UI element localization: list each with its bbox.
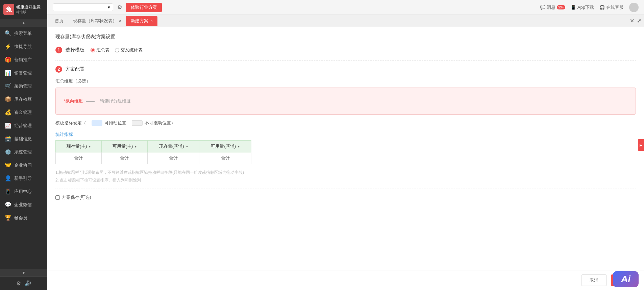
online-service-btn[interactable]: 🎧 在线客服 (599, 4, 624, 10)
sidebar: 兔 畅康通好生意 标准版 ▲ 🔍 搜索菜单 ⚡ 快捷导航 🎁 营销推广 📊 销售… (0, 0, 47, 290)
user-avatar[interactable] (629, 3, 639, 12)
stats-title: 统计指标 (55, 131, 636, 138)
app-logo: 兔 畅康通好生意 标准版 (0, 0, 47, 19)
dimension-required: *纵向维度 (64, 98, 83, 104)
col2-dropdown-icon[interactable]: ▾ (186, 145, 188, 148)
col-header-3[interactable]: 可用量(基辅) ▾ (199, 141, 251, 152)
dimension-placeholder: 请选择分组维度 (100, 98, 131, 104)
sidebar-item-sales[interactable]: 📊 销售管理 (0, 66, 47, 79)
sidebar-item-inventory[interactable]: 📦 库存核算 (0, 93, 47, 106)
dimension-label: 汇总维度（必选） (55, 78, 636, 84)
step2-num: 2 (55, 66, 62, 73)
app-name: 畅康通好生意 标准版 (16, 5, 41, 15)
non-draggable-color-block (132, 120, 143, 126)
col0-dropdown-icon[interactable]: ▾ (89, 145, 91, 148)
sidebar-item-management[interactable]: 📈 经营管理 (0, 119, 47, 132)
tab-new-plan-close[interactable]: × (150, 19, 153, 23)
sound-icon[interactable]: 🔊 (24, 280, 31, 287)
col-header-1[interactable]: 可用量(主) ▾ (101, 141, 147, 152)
app-download-btn[interactable]: 📱 App下载 (571, 4, 594, 10)
tab-inventory-close[interactable]: × (119, 19, 121, 23)
topbar-right: 💬 消息 99+ 📱 App下载 🎧 在线客服 (540, 3, 639, 12)
settings-icon[interactable]: ⚙ (16, 280, 21, 287)
step2-label: 方案配置 (66, 66, 84, 72)
sidebar-item-purchase[interactable]: 🛒 采购管理 (0, 79, 47, 93)
sidebar-item-wechat[interactable]: 💬 企业微信 (0, 198, 47, 211)
industry-btn[interactable]: 体验行业方案 (126, 3, 162, 12)
tab-home[interactable]: 首页 (50, 16, 68, 26)
stats-table: 现存量(主) ▾ 可用量(主) ▾ (55, 140, 251, 164)
non-draggable-label: 不可拖动位置） (145, 120, 175, 126)
gift-icon: 🎁 (5, 56, 11, 63)
message-btn[interactable]: 💬 消息 99+ (540, 4, 565, 10)
settings-gear-icon[interactable]: ⚙ (116, 3, 123, 12)
mobile-icon: 📱 (5, 188, 11, 195)
non-draggable-indicator-item: 不可拖动位置） (132, 120, 175, 126)
tab-new-plan[interactable]: 新建方案 × (126, 16, 157, 26)
sidebar-item-basicinfo[interactable]: 🗃️ 基础信息 (0, 132, 47, 145)
divider2 (55, 189, 636, 189)
sidebar-item-member[interactable]: 🏆 畅会员 (0, 211, 47, 224)
col-header-2[interactable]: 现存量(基辅) ▾ (147, 141, 199, 152)
headset-icon: 🎧 (599, 5, 605, 10)
col-header-0[interactable]: 现存量(主) ▾ (56, 141, 102, 152)
tabs-window-controls: ✕ ⤢ (630, 18, 641, 24)
save-plan-label[interactable]: 方案保存(可选) (62, 194, 91, 200)
window-close-icon[interactable]: ✕ (630, 18, 634, 24)
sidebar-item-newuser[interactable]: 👤 新手引导 (0, 172, 47, 185)
sidebar-scroll-down[interactable]: ▼ (0, 269, 47, 276)
sidebar-item-appcenter[interactable]: 📱 应用中心 (0, 185, 47, 198)
cart-icon: 🛒 (5, 83, 11, 89)
right-float-btn[interactable]: ▶ (638, 139, 644, 151)
trend-icon: 📈 (5, 122, 11, 129)
window-expand-icon[interactable]: ⤢ (637, 18, 641, 24)
search-input[interactable] (56, 5, 106, 10)
box-icon: 📦 (5, 96, 11, 102)
tab-inventory[interactable]: 现存量（库存状况表） × (68, 16, 126, 26)
radio-cross[interactable]: 交叉统计表 (115, 47, 143, 53)
tabs-bar: 首页 现存量（库存状况表） × 新建方案 × ✕ ⤢ (47, 15, 644, 27)
sidebar-item-marketing[interactable]: 🎁 营销推广 (0, 53, 47, 66)
cell-0-0: 合计 (56, 152, 102, 164)
handshake-icon: 🤝 (5, 162, 11, 168)
col3-dropdown-icon[interactable]: ▾ (238, 145, 240, 148)
message-icon: 💬 (540, 5, 545, 10)
search-input-group[interactable]: ▾ (53, 3, 113, 11)
dimension-box[interactable]: *纵向维度 —— 请选择分组维度 (55, 88, 636, 115)
topbar-left: ▾ ⚙ 体验行业方案 (53, 3, 537, 12)
footer-bar: 取消 查询 (47, 270, 644, 290)
radio-cross-input[interactable] (115, 48, 119, 52)
trophy-icon: 🏆 (5, 215, 11, 221)
search-icon: 🔍 (5, 30, 11, 37)
col1-dropdown-icon[interactable]: ▾ (135, 145, 137, 148)
radio-summary[interactable]: 汇总表 (91, 47, 109, 53)
chart-icon: 📊 (5, 70, 11, 76)
message-badge: 99+ (557, 5, 565, 9)
dimension-dash: —— (86, 99, 95, 104)
main-area: ▾ ⚙ 体验行业方案 💬 消息 99+ 📱 App下载 🎧 在线客服 首页 (47, 0, 644, 290)
sidebar-item-finance[interactable]: 💰 资金管理 (0, 106, 47, 119)
step1-label: 选择模板 (66, 47, 84, 53)
content-area: 现存量(库存状况表)方案设置 1 选择模板 汇总表 交叉统计表 (47, 27, 644, 270)
radio-summary-input[interactable] (91, 48, 95, 52)
sidebar-scroll-up[interactable]: ▲ (0, 19, 47, 27)
cell-0-1: 合计 (101, 152, 147, 164)
cancel-button[interactable]: 取消 (581, 274, 607, 286)
ai-badge[interactable]: Ai (613, 271, 639, 287)
chevron-down-icon[interactable]: ▾ (108, 5, 110, 10)
money-icon: 💰 (5, 109, 11, 116)
tip2: 2. 点击标题栏下拉可设置排序、插入列和删除列 (55, 177, 636, 183)
sidebar-item-enterprise[interactable]: 🤝 企业协同 (0, 159, 47, 172)
cell-0-2: 合计 (147, 152, 199, 164)
template-radio-group: 汇总表 交叉统计表 (91, 47, 143, 53)
table-row: 合计 合计 合计 合计 (56, 152, 251, 164)
logo-icon: 兔 (3, 4, 14, 15)
save-plan-checkbox[interactable] (55, 195, 60, 200)
phone-icon: 📱 (571, 5, 576, 10)
sidebar-item-quicknav[interactable]: ⚡ 快捷导航 (0, 40, 47, 53)
draggable-color-block (92, 120, 102, 126)
gear-icon: ⚙️ (5, 149, 11, 155)
sidebar-item-system[interactable]: ⚙️ 系统管理 (0, 145, 47, 159)
sidebar-item-search[interactable]: 🔍 搜索菜单 (0, 27, 47, 40)
cell-0-3: 合计 (199, 152, 251, 164)
